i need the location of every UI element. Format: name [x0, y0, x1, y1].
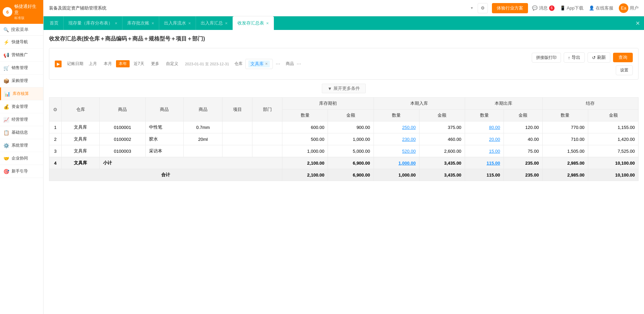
table-col-department-header: 部门 — [252, 98, 282, 121]
table-settings-icon[interactable]: ⚙ — [53, 107, 57, 112]
sidebar-item-marketing[interactable]: 📢 营销推广 — [0, 49, 43, 62]
tab-close-inventory-dist[interactable]: ✕ — [115, 21, 117, 25]
sales-icon: 🛒 — [3, 65, 9, 71]
date-option-more[interactable]: 更多 — [148, 60, 162, 67]
quick-nav-icon: ⚡ — [3, 39, 9, 45]
warehouse-input[interactable]: 文具库 ✕ — [245, 59, 273, 69]
tab-close-all-button[interactable]: ✕ — [633, 20, 643, 27]
tab-close-in-out-summary[interactable]: ✕ — [225, 21, 228, 25]
filter-collapse-button[interactable]: ▶ — [55, 61, 62, 67]
row3-project — [222, 145, 252, 157]
sidebar-item-system[interactable]: ⚙️ 系统管理 — [0, 139, 43, 152]
subtotal-label: 小计 — [100, 157, 282, 169]
sidebar-header: 6 畅捷通好生意 标准版 — [0, 0, 43, 24]
row2-closing-qty: 710.00 — [542, 133, 588, 145]
sidebar-item-finance[interactable]: 💰 资金管理 — [0, 100, 43, 113]
table-col-closing-header: 结存 — [542, 98, 638, 110]
subtotal-in-qty[interactable]: 1,000.00 — [374, 157, 419, 169]
sidebar-item-guide[interactable]: 🎯 新手引导 — [0, 165, 43, 178]
app-logo: 6 — [3, 7, 12, 17]
experience-button[interactable]: 体验行业方案 — [492, 3, 528, 13]
online-service-button[interactable]: 👤 在线客服 — [589, 5, 613, 11]
row1-out-qty[interactable]: 80.00 — [465, 121, 504, 133]
date-option-this-month[interactable]: 本月 — [101, 60, 115, 67]
table-col-opening-qty-header: 数量 — [282, 110, 328, 121]
table-col-goods-name-header: 商品 — [145, 98, 183, 121]
subtotal-warehouse: 文具库 — [62, 157, 100, 169]
date-option-custom[interactable]: 自定义 — [163, 60, 181, 67]
system-dropdown-icon[interactable]: ▼ — [470, 6, 474, 10]
table-total-row: 合计 2,100.00 6,900.00 1,000.00 3,435.00 1… — [49, 169, 639, 181]
date-option-last-7days[interactable]: 近7天 — [131, 60, 147, 67]
warehouse-tag-close[interactable]: ✕ — [265, 62, 268, 66]
goods-more-button[interactable]: ··· — [297, 61, 301, 67]
sidebar-item-quick-nav[interactable]: ⚡ 快捷导航 — [0, 36, 43, 49]
subtotal-opening-qty: 2,100.00 — [282, 157, 328, 169]
message-icon: 💬 — [532, 5, 538, 11]
warehouse-more-button[interactable]: ··· — [276, 61, 280, 67]
row2-in-amt: 460.00 — [419, 133, 465, 145]
tab-close-recv-send-summary[interactable]: ✕ — [266, 21, 269, 25]
date-option-this-year[interactable]: 本年 — [116, 60, 130, 67]
total-label: 合计 — [49, 169, 282, 181]
row3-out-amt: 75.00 — [503, 145, 542, 157]
tab-close-batch-account[interactable]: ✕ — [151, 21, 154, 25]
sidebar-item-basic-info[interactable]: 📋 基础信息 — [0, 126, 43, 139]
table-col-in-amt-header: 金额 — [419, 110, 465, 121]
expand-more-button[interactable]: ▼ 展开更多条件 — [322, 84, 366, 93]
row2-in-qty[interactable]: 230.00 — [374, 133, 419, 145]
table-col-in-qty-header: 数量 — [374, 110, 419, 121]
sidebar-item-purchase[interactable]: 📦 采购管理 — [0, 75, 43, 87]
enterprise-icon: 🤝 — [3, 156, 9, 161]
content-inner: 收发存汇总表(按仓库＋商品编码＋商品＋规格型号＋项目＋部门) ▶ 记账日期 上月… — [44, 30, 644, 314]
total-in-qty: 1,000.00 — [374, 169, 419, 181]
table-col-out-qty-header: 数量 — [465, 110, 504, 121]
sidebar-item-operations[interactable]: 📈 经营管理 — [0, 113, 43, 126]
row3-warehouse: 文具库 — [62, 145, 100, 157]
message-button[interactable]: 💬 消息 6 — [532, 5, 555, 11]
sidebar-search[interactable]: 🔍 搜索菜单 — [0, 24, 43, 36]
row3-out-qty[interactable]: 15.00 — [465, 145, 504, 157]
table-col-out-header: 本期出库 — [465, 98, 543, 110]
row3-department — [252, 145, 282, 157]
row3-goods-spec — [184, 145, 222, 157]
print-button[interactable]: 拼接版打印 — [532, 53, 561, 63]
table-col-out-amt-header: 金额 — [503, 110, 542, 121]
table-col-opening-amt-header: 金额 — [328, 110, 374, 121]
chevron-down-icon: ▼ — [328, 86, 332, 91]
date-option-prev-month[interactable]: 上月 — [86, 60, 100, 67]
query-button[interactable]: 查询 — [613, 53, 633, 62]
date-options: 上月 本月 本年 近7天 更多 自定义 — [86, 60, 181, 67]
row2-department — [252, 133, 282, 145]
tab-recv-send-summary[interactable]: 收发存汇总表 ✕ — [233, 16, 274, 30]
app-download-button[interactable]: 📱 App下载 — [560, 5, 583, 11]
tab-in-out-flow[interactable]: 出入库流水 ✕ — [159, 16, 196, 30]
sidebar-item-sales[interactable]: 🛒 销售管理 — [0, 62, 43, 75]
tab-home[interactable]: 首页 — [45, 16, 64, 30]
tab-inventory-dist[interactable]: 现存量（库存分布表） ✕ — [64, 16, 122, 30]
sidebar-item-enterprise[interactable]: 🤝 企业协同 — [0, 152, 43, 165]
table-col-closing-amt-header: 金额 — [588, 110, 639, 121]
export-button[interactable]: ↑ 导出 — [564, 52, 585, 63]
user-menu[interactable]: Ea 用户 — [619, 3, 639, 13]
row1-in-amt: 375.00 — [419, 121, 465, 133]
settings-button[interactable]: 设置 — [616, 65, 633, 75]
table-col-project-header: 项目 — [222, 98, 252, 121]
topbar-settings-button[interactable]: ⚙ — [478, 3, 488, 13]
refresh-button[interactable]: ↺ 刷新 — [588, 52, 610, 63]
row3-in-qty[interactable]: 520.00 — [374, 145, 419, 157]
tabbar: 首页 现存量（库存分布表） ✕ 库存批次账 ✕ 出入库流水 ✕ 出入库汇总 ✕ … — [44, 16, 644, 30]
export-icon: ↑ — [568, 55, 571, 60]
user-avatar: Ea — [619, 3, 628, 13]
search-icon: 🔍 — [3, 27, 9, 32]
row2-out-qty[interactable]: 20.00 — [465, 133, 504, 145]
tab-close-in-out-flow[interactable]: ✕ — [188, 21, 191, 25]
tab-in-out-summary[interactable]: 出入库汇总 ✕ — [196, 16, 233, 30]
row1-out-amt: 120.00 — [503, 121, 542, 133]
tab-batch-account[interactable]: 库存批次账 ✕ — [122, 16, 159, 30]
row3-closing-amt: 7,525.00 — [588, 145, 639, 157]
row1-in-qty[interactable]: 250.00 — [374, 121, 419, 133]
table-subtotal-row: 4 文具库 小计 2,100.00 6,900.00 1,000.00 3,43… — [49, 157, 639, 169]
subtotal-out-qty[interactable]: 115.00 — [465, 157, 504, 169]
sidebar-item-inventory[interactable]: 📊 库存核算 — [0, 87, 43, 100]
